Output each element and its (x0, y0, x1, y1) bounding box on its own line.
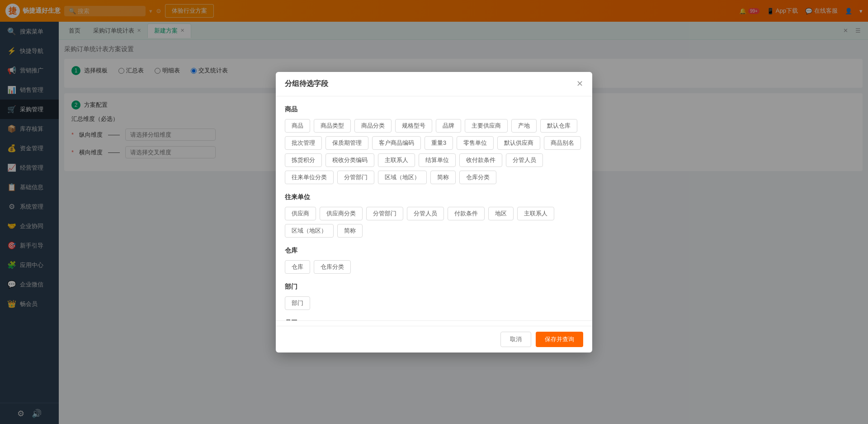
field-tag-0-24[interactable]: 简称 (430, 171, 456, 184)
field-tag-1-8[interactable]: 简称 (337, 224, 363, 238)
field-tag-0-6[interactable]: 产地 (511, 119, 537, 133)
field-tags-0: 商品商品类型商品分类规格型号品牌主要供应商产地默认仓库批次管理保质期管理客户商品… (285, 119, 583, 184)
field-tag-0-19[interactable]: 收付款条件 (459, 153, 502, 167)
field-tag-0-1[interactable]: 商品类型 (314, 119, 351, 133)
field-tag-0-2[interactable]: 商品分类 (354, 119, 392, 133)
field-tag-1-2[interactable]: 分管部门 (366, 207, 403, 220)
field-tags-1: 供应商供应商分类分管部门分管人员付款条件地区主联系人区域（地区）简称 (285, 207, 583, 238)
field-tag-0-17[interactable]: 主联系人 (378, 153, 415, 167)
field-tag-0-25[interactable]: 仓库分类 (459, 171, 496, 184)
field-group-title-1: 往来单位 (285, 193, 583, 201)
field-tag-0-13[interactable]: 默认供应商 (497, 136, 540, 150)
field-tag-0-23[interactable]: 区域（地区） (378, 171, 427, 184)
modal-body: 商品商品商品类型商品分类规格型号品牌主要供应商产地默认仓库批次管理保质期管理客户… (276, 96, 592, 320)
modal-header: 分组待选字段 ✕ (276, 72, 592, 96)
field-group-0: 商品商品商品类型商品分类规格型号品牌主要供应商产地默认仓库批次管理保质期管理客户… (285, 105, 583, 184)
field-tag-0-9[interactable]: 保质期管理 (326, 136, 368, 150)
field-tag-0-22[interactable]: 分管部门 (337, 171, 374, 184)
modal-title: 分组待选字段 (285, 79, 328, 89)
field-tag-1-5[interactable]: 地区 (488, 207, 514, 220)
field-group-2: 仓库仓库仓库分类 (285, 247, 583, 274)
field-tag-0-8[interactable]: 批次管理 (285, 136, 322, 150)
field-group-title-2: 仓库 (285, 247, 583, 255)
modal-overlay: 分组待选字段 ✕ 商品商品商品类型商品分类规格型号品牌主要供应商产地默认仓库批次… (0, 0, 868, 424)
field-tag-1-7[interactable]: 区域（地区） (285, 224, 334, 238)
modal-close-icon[interactable]: ✕ (576, 80, 583, 88)
field-tag-2-1[interactable]: 仓库分类 (314, 260, 351, 274)
modal-hscroll[interactable] (276, 320, 592, 326)
field-tag-0-14[interactable]: 商品别名 (544, 136, 581, 150)
field-tag-0-0[interactable]: 商品 (285, 119, 310, 133)
field-tag-0-10[interactable]: 客户商品编码 (372, 136, 421, 150)
field-select-modal: 分组待选字段 ✕ 商品商品商品类型商品分类规格型号品牌主要供应商产地默认仓库批次… (276, 72, 592, 353)
field-tag-0-21[interactable]: 往来单位分类 (285, 171, 334, 184)
field-tag-0-4[interactable]: 品牌 (436, 119, 461, 133)
field-tag-0-5[interactable]: 主要供应商 (465, 119, 508, 133)
field-tag-1-4[interactable]: 付款条件 (448, 207, 485, 220)
field-tag-0-12[interactable]: 零售单位 (457, 136, 494, 150)
field-tag-3-0[interactable]: 部门 (285, 296, 310, 310)
modal-footer: 取消 保存并查询 (276, 326, 592, 353)
field-group-title-3: 部门 (285, 283, 583, 291)
confirm-button[interactable]: 保存并查询 (536, 332, 583, 347)
field-tag-0-16[interactable]: 税收分类编码 (326, 153, 374, 167)
cancel-button[interactable]: 取消 (500, 332, 531, 347)
field-group-1: 往来单位供应商供应商分类分管部门分管人员付款条件地区主联系人区域（地区）简称 (285, 193, 583, 238)
field-group-3: 部门部门 (285, 283, 583, 310)
field-tag-1-0[interactable]: 供应商 (285, 207, 316, 220)
field-tag-0-11[interactable]: 重量3 (425, 136, 453, 150)
field-tag-0-7[interactable]: 默认仓库 (540, 119, 577, 133)
field-tag-0-15[interactable]: 拣货积分 (285, 153, 322, 167)
field-tag-2-0[interactable]: 仓库 (285, 260, 310, 274)
field-tag-0-3[interactable]: 规格型号 (395, 119, 432, 133)
field-tag-1-6[interactable]: 主联系人 (517, 207, 554, 220)
field-tags-3: 部门 (285, 296, 583, 310)
field-tag-0-20[interactable]: 分管人员 (506, 153, 543, 167)
field-tag-1-1[interactable]: 供应商分类 (320, 207, 363, 220)
field-tag-0-18[interactable]: 结算单位 (419, 153, 456, 167)
field-group-title-0: 商品 (285, 105, 583, 114)
field-tag-1-3[interactable]: 分管人员 (407, 207, 444, 220)
field-tags-2: 仓库仓库分类 (285, 260, 583, 274)
